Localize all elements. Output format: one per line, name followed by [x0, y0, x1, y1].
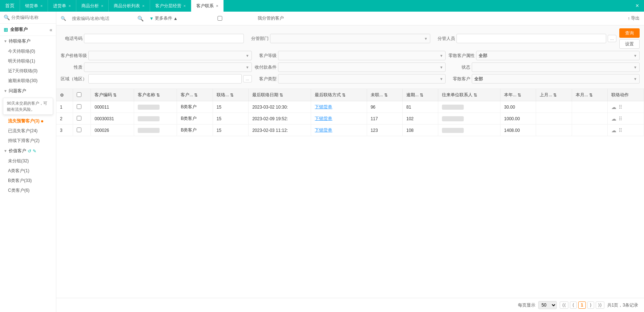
query-button[interactable]: 查询 [619, 28, 640, 38]
row-actions[interactable]: ☁⠿ [608, 101, 644, 113]
next-page-button[interactable]: ⟩ [587, 301, 594, 309]
more-actions-icon[interactable]: ⠿ [619, 127, 622, 133]
last-page-button[interactable]: ⟩⟩ [596, 301, 604, 309]
th-name[interactable]: 客户名称⇅ [134, 89, 177, 101]
row-contacts [438, 125, 500, 136]
person-input[interactable] [456, 34, 606, 43]
row-index: 2 [56, 113, 73, 125]
tab-sales[interactable]: 销货单 × [20, 0, 48, 12]
close-tab-icon[interactable]: × [216, 4, 218, 8]
phone-input[interactable] [84, 34, 244, 43]
row-actions[interactable]: ☁⠿ [608, 113, 644, 125]
filter-bar: 🔍 🔍 ▼ 更多条件 ▲ 我分管的客户 ↑ 导出 [56, 12, 644, 25]
tab-purchase[interactable]: 进货单 × [48, 0, 76, 12]
per-page-select[interactable]: 50 100 [538, 301, 557, 309]
th-code[interactable]: 客户编码⇅ [91, 89, 134, 101]
th-this-month[interactable]: 本月...⇅ [572, 89, 607, 101]
collapse-sidebar-icon[interactable]: « [49, 27, 52, 33]
th-contacts[interactable]: 往来单位联系人⇅ [438, 89, 500, 101]
sidebar-group-pending[interactable]: ▼ 待联络客户 [0, 36, 56, 46]
export-button[interactable]: ↑ 导出 [628, 15, 640, 21]
sidebar-item-tomorrow-pending[interactable]: 明天待联络(1) [0, 56, 56, 66]
edit-icon[interactable]: ✎ [33, 149, 36, 154]
tab-product-analysis[interactable]: 商品分析 × [76, 0, 109, 12]
more-actions-icon[interactable]: ⠿ [619, 116, 622, 122]
close-all-button[interactable]: × [631, 0, 644, 12]
refresh-icon[interactable]: ↺ [28, 149, 31, 154]
customer-type-select[interactable]: ▼ [278, 74, 446, 84]
th-this-year[interactable]: 本年...⇅ [500, 89, 536, 101]
row-checkbox[interactable] [73, 125, 91, 136]
row-checkbox[interactable] [73, 113, 91, 125]
th-checkbox[interactable] [73, 89, 91, 101]
sidebar-item-declining-customers[interactable]: 持续下滑客户(2) [0, 136, 56, 146]
th-contact[interactable]: 联络...⇅ [213, 89, 248, 101]
close-tab-icon[interactable]: × [40, 4, 43, 8]
person-ellipsis-button[interactable]: ... [608, 35, 616, 42]
sidebar-item-class-a[interactable]: A类客户(1) [0, 166, 56, 176]
contact-icon[interactable]: ☁ [611, 116, 616, 122]
sidebar-item-churn-warning[interactable]: 流失预警客户(3) [0, 116, 56, 126]
status-select[interactable]: ▼ [472, 62, 640, 72]
close-tab-icon[interactable]: × [184, 4, 186, 8]
row-this-month [572, 113, 607, 125]
nature-select[interactable]: ▼ [84, 62, 252, 72]
zero-customer-select[interactable]: 全部 ▼ [472, 74, 640, 84]
close-tab-icon[interactable]: × [142, 4, 144, 8]
sidebar-group-problem[interactable]: ▼ 问题客户 [0, 86, 56, 96]
sidebar-item-lost-customers[interactable]: 已流失客户(24) [0, 126, 56, 136]
my-customers-checkbox[interactable] [184, 16, 256, 21]
prev-page-button[interactable]: ⟨ [570, 301, 577, 309]
select-all-checkbox[interactable] [77, 92, 81, 97]
dept-select[interactable]: ▼ [270, 34, 430, 43]
more-conditions-button[interactable]: ▼ 更多条件 ▲ [146, 14, 181, 23]
row-contact-count: 15 [213, 101, 248, 113]
tab-home[interactable]: 首页 [0, 0, 20, 12]
price-level-select[interactable]: ▼ [88, 51, 252, 60]
sidebar-item-ungrouped[interactable]: 未分组(32) [0, 156, 56, 166]
row-actions[interactable]: ☁⠿ [608, 125, 644, 136]
row-last-contact-method[interactable]: 下销货单 [311, 125, 367, 136]
sidebar-search-input[interactable] [11, 15, 52, 20]
close-tab-icon[interactable]: × [101, 4, 103, 8]
row-checkbox[interactable] [73, 101, 91, 113]
settings-button[interactable]: 设置 [619, 39, 640, 49]
chevron-down-icon: ▼ [633, 65, 637, 69]
close-tab-icon[interactable]: × [68, 4, 71, 8]
sidebar-item-today-pending[interactable]: 今天待联络(0) [0, 46, 56, 56]
contact-icon[interactable]: ☁ [611, 104, 616, 110]
row-last-month [536, 113, 572, 125]
sidebar-item-7days-pending[interactable]: 近7天待联络(0) [0, 66, 56, 76]
sidebar-item-class-c[interactable]: C类客户(6) [0, 186, 56, 195]
payment-select[interactable]: ▼ [278, 62, 446, 72]
region-ellipsis-button[interactable]: ... [243, 75, 252, 82]
first-page-button[interactable]: ⟨⟨ [560, 301, 568, 309]
th-settings[interactable]: ⚙ [56, 89, 73, 101]
search-input[interactable] [69, 15, 134, 23]
region-input[interactable] [88, 74, 242, 84]
contact-icon[interactable]: ☁ [611, 127, 616, 133]
th-last-contact-method[interactable]: 最后联络方式⇅ [311, 89, 367, 101]
level-select[interactable]: ▼ [278, 51, 446, 60]
tab-customer-contact[interactable]: 客户联系 × [191, 0, 223, 12]
tab-customer-segmentation[interactable]: 客户分层经营 × [150, 0, 191, 12]
th-customer-type[interactable]: 客户...⇅ [177, 89, 213, 101]
more-actions-icon[interactable]: ⠿ [619, 104, 622, 110]
search-submit-icon[interactable]: 🔍 [137, 16, 144, 21]
filter-icon: ▼ [149, 16, 154, 21]
sidebar-item-class-b[interactable]: B类客户(33) [0, 176, 56, 186]
row-last-contact-method[interactable]: 下销货单 [311, 101, 367, 113]
my-customers-checkbox-label[interactable]: 我分管的客户 [184, 15, 284, 21]
th-uncontacted[interactable]: 未联...⇅ [367, 89, 402, 101]
th-last-month[interactable]: 上月...⇅ [536, 89, 572, 101]
row-last-contact-method[interactable]: 下销货单 [311, 113, 367, 125]
main-layout: 🔍 ⊞ 全部客户 « ▼ 待联络客户 今天待联络(0) 明天待联络(1) 近7天… [0, 12, 644, 312]
row-index: 3 [56, 125, 73, 136]
th-overdue[interactable]: 逾期...⇅ [403, 89, 438, 101]
sidebar-group-value[interactable]: ▼ 价值客户 ↺ ✎ [0, 146, 56, 156]
sidebar-item-overdue-pending[interactable]: 逾期未联络(30) [0, 76, 56, 86]
tab-product-analysis-list[interactable]: 商品分析列表 × [109, 0, 150, 12]
zero-attr-select[interactable]: 全部 ▼ [476, 51, 640, 60]
filter-phone: 电话号码 [61, 34, 244, 43]
th-last-contact-date[interactable]: 最后联络日期⇅ [249, 89, 311, 101]
